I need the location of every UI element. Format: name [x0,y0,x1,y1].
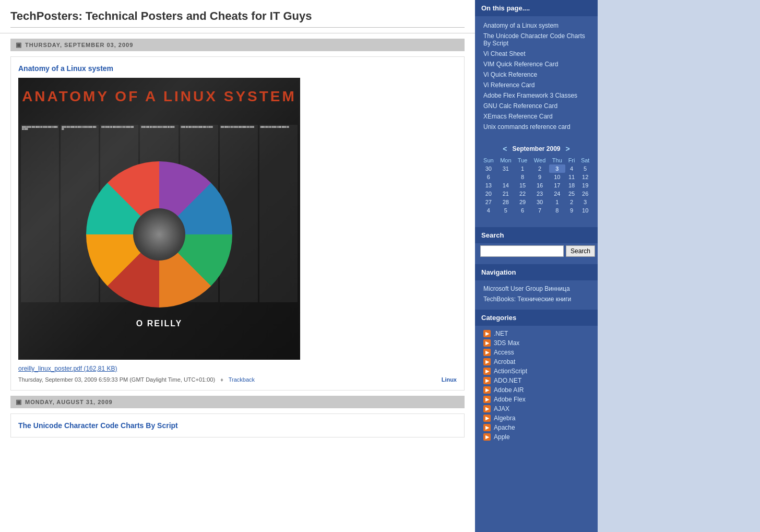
table-row[interactable]: 3 [549,164,565,173]
nav-link-microsoft[interactable]: Microsoft User Group Винница [475,283,598,294]
list-item[interactable]: ▶ .NET [475,329,598,338]
table-row[interactable]: 17 [549,181,565,190]
table-row[interactable]: 8 [515,173,530,181]
sidebar-link-xemacs[interactable]: XEmacs Reference Card [475,111,598,122]
post1-category[interactable]: Linux [442,376,457,383]
table-row: 8 [549,206,565,215]
list-item[interactable]: ▶ ADO.NET [475,376,598,385]
table-row[interactable]: 4 [565,164,578,173]
table-row[interactable]: 12 [578,173,592,181]
category-icon-adonet: ▶ [483,377,491,384]
pdf-download-link[interactable]: oreilly_linux_poster.pdf (162,81 KB) [18,365,457,372]
category-label-3dsmax: 3DS Max [494,339,519,347]
table-row[interactable]: 28 [497,198,515,206]
navigation-title: Navigation [475,264,598,280]
sidebar-link-vim-quick[interactable]: VIM Quick Reference Card [475,59,598,69]
date-bar-2: ▣ MONDAY, AUGUST 31, 2009 [10,396,465,408]
table-row: 3 [578,198,592,206]
nav-links: Microsoft User Group Винница TechBooks: … [475,280,598,308]
table-row[interactable]: 19 [578,181,592,190]
category-label-algebra: Algebra [494,415,515,422]
table-row: 5 [497,206,515,215]
cal-day-tue: Tue [515,156,530,164]
table-row[interactable]: 2 [530,164,549,173]
table-row[interactable]: 11 [565,173,578,181]
list-item[interactable]: ▶ ActionScript [475,367,598,376]
table-row[interactable]: 22 [515,190,530,198]
post1-image-container[interactable]: ANATOMY OF A LINUX SYSTEM ████ ████ ███ … [18,78,457,360]
table-row[interactable]: 10 [549,173,565,181]
list-item[interactable]: ▶ Apache [475,423,598,432]
search-input-row: Search [475,243,598,259]
cal-day-sun: Sun [480,156,497,164]
table-row[interactable]: 9 [530,173,549,181]
table-row[interactable]: 5 [578,164,592,173]
calendar-prev-button[interactable]: < [503,145,507,153]
category-label-apple: Apple [494,433,510,441]
linux-poster-image[interactable]: ANATOMY OF A LINUX SYSTEM ████ ████ ███ … [18,78,300,360]
cal-day-mon: Mon [497,156,515,164]
post1-timestamp: Thursday, September 03, 2009 6:59:33 PM … [18,376,215,383]
sidebar-link-vi-quick[interactable]: Vi Quick Reference [475,69,598,80]
sidebar-link-unix-cmds[interactable]: Unix commands reference card [475,122,598,132]
table-row[interactable]: 1 [515,164,530,173]
table-row[interactable]: 27 [480,198,497,206]
table-row[interactable]: 26 [578,190,592,198]
list-item[interactable]: ▶ Apple [475,432,598,442]
post-card-2: The Unicode Character Code Charts By Scr… [10,413,465,438]
table-row[interactable]: 21 [497,190,515,198]
table-row[interactable]: 30 [530,198,549,206]
trackback-link[interactable]: Trackback [229,376,255,383]
calendar-month-year: September 2009 [512,145,560,152]
sidebar-link-anatomy[interactable]: Anatomy of a Linux system [475,20,598,31]
categories-list: ▶ .NET ▶ 3DS Max ▶ Access ▶ Acrobat ▶ Ac… [475,326,598,445]
category-icon-apple: ▶ [483,433,491,441]
table-row[interactable]: 13 [480,181,497,190]
categories-title: Categories [475,310,598,326]
post-card-1: Anatomy of a Linux system ANATOMY OF A L… [10,56,465,391]
navigation-section: Navigation Microsoft User Group Винница … [475,264,598,308]
cal-day-sat: Sat [578,156,592,164]
table-row[interactable]: 16 [530,181,549,190]
table-row[interactable]: 14 [497,181,515,190]
sidebar-link-adobe-flex[interactable]: Adobe Flex Framework 3 Classes [475,90,598,101]
category-label-adobe-air: Adobe AIR [494,386,524,394]
category-label-adonet: ADO.NET [494,377,521,384]
calendar-next-button[interactable]: > [566,145,570,153]
calendar-icon: ▣ [16,41,22,49]
post2-title[interactable]: The Unicode Character Code Charts By Scr… [18,421,457,430]
list-item[interactable]: ▶ Access [475,348,598,357]
list-item[interactable]: ▶ 3DS Max [475,338,598,348]
table-row[interactable]: 18 [565,181,578,190]
list-item[interactable]: ▶ Adobe AIR [475,385,598,395]
cal-day-thu: Thu [549,156,565,164]
list-item[interactable]: ▶ Algebra [475,413,598,423]
table-row[interactable]: 15 [515,181,530,190]
site-title: TechPosters: Technical Posters and Cheat… [10,9,465,23]
sidebar-link-gnu-calc[interactable]: GNU Calc Reference Card [475,101,598,111]
table-row[interactable]: 24 [549,190,565,198]
nav-link-techbooks[interactable]: TechBooks: Технические книги [475,294,598,304]
list-item[interactable]: ▶ AJAX [475,404,598,413]
sidebar-link-unicode[interactable]: The Unicode Character Code Charts By Scr… [475,31,598,49]
search-input[interactable] [480,245,564,257]
table-row[interactable]: 6 [480,173,497,181]
category-icon-adobe-air: ▶ [483,386,491,394]
table-row[interactable]: 25 [565,190,578,198]
category-label-access: Access [494,349,514,356]
table-row[interactable]: 23 [530,190,549,198]
sidebar-link-vi-cheat[interactable]: Vi Cheat Sheet [475,49,598,59]
category-icon-apache: ▶ [483,424,491,431]
table-row[interactable]: 29 [515,198,530,206]
list-item[interactable]: ▶ Acrobat [475,357,598,367]
table-row[interactable]: 31 [497,164,515,173]
table-row[interactable]: 20 [480,190,497,198]
list-item[interactable]: ▶ Adobe Flex [475,395,598,404]
categories-section: Categories ▶ .NET ▶ 3DS Max ▶ Access ▶ A… [475,310,598,445]
search-button[interactable]: Search [566,245,595,257]
post1-title[interactable]: Anatomy of a Linux system [18,64,457,73]
sidebar-link-vi-ref[interactable]: Vi Reference Card [475,80,598,90]
cal-day-fri: Fri [565,156,578,164]
date-bar-1: ▣ THURSDAY, SEPTEMBER 03, 2009 [10,39,465,51]
category-icon-dotnet: ▶ [483,330,491,337]
